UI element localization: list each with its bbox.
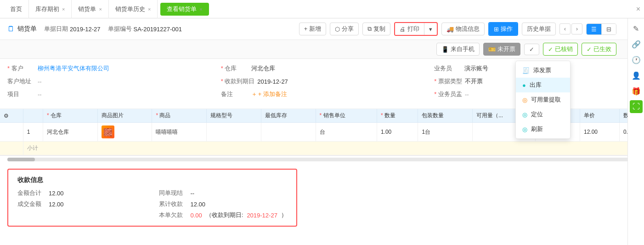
gift-icon: 🎁 [632,87,641,96]
cell-warehouse: 河北仓库 [43,123,97,142]
sidebar-edit-btn[interactable]: ✎ [630,22,643,35]
due-row [17,211,145,219]
prev-arrow[interactable]: ‹ [559,23,571,34]
cumulative-row: 累计收款 12.00 [159,200,287,208]
user-icon: 👤 [632,71,641,80]
subtotal-row: 小计 [0,142,644,155]
grid-view-button[interactable]: ⊟ [602,24,616,34]
col-pack-qty: 包装数量 [418,109,473,123]
sidebar-link-btn[interactable]: 🔗 [630,38,643,51]
col-unit-price: 单价 [580,109,620,123]
main-area: 🗒 销货单 单据日期 2019-12-27 单据编号 SA-20191227-0… [0,18,644,245]
add-note-button[interactable]: ＋ + 添加备注 [251,90,287,98]
doc-header: 🗒 销货单 单据日期 2019-12-27 单据编号 SA-20191227-0… [0,18,644,40]
print-group: 🖨 打印 ▾ [394,22,438,36]
logistics-button[interactable]: 🚚 物流信息 [441,23,485,35]
ok-button[interactable]: ✓ [524,44,539,55]
dropdown-refresh[interactable]: ◎ 刷新 [516,122,570,137]
payment-info-title: 收款信息 [17,176,287,184]
print-button[interactable]: 🖨 打印 [395,23,424,35]
dropdown-add-invoice[interactable]: 🧾 添发票 [516,63,570,78]
due-amount-row: 本单欠款 0.00 （收款到期日: 2019-12-27 ） [159,211,287,219]
edit-icon: ✎ [633,24,639,33]
col-warehouse: 仓库 [43,109,97,123]
transaction-row: 成交金额 12.00 [17,200,145,208]
cell-pack-qty: 1台 [418,123,473,142]
tab-view-sales[interactable]: 查看销货单 × [160,3,209,16]
total-amount-label: 金额合计 [17,189,45,197]
truck-icon: 🚚 [446,26,454,33]
customer-value[interactable]: 柳州粤港平安气体有限公司 [38,64,109,73]
list-view-button[interactable]: ☰ [587,24,602,34]
outbound-icon: ● [522,82,526,89]
sidebar-gift-btn[interactable]: 🎁 [630,85,643,97]
scroll-thumb [7,158,35,161]
tab-sales-history-close[interactable]: × [148,6,151,12]
effective-button[interactable]: ✓ 已生效 [582,43,616,56]
from-phone-button[interactable]: 📱 来自手机 [436,43,480,56]
sales-staff-value: -- [465,91,469,98]
cell-spec [207,123,261,142]
cell-sales-unit: 台 [316,123,377,142]
tab-home[interactable]: 首页 [4,0,29,18]
payment-date-field: 收款到期日 2019-12-27 [221,77,424,85]
invoice-icon: 🧾 [522,67,530,74]
total-amount-value: 12.00 [49,190,64,197]
settlement-value: -- [190,190,194,197]
next-arrow[interactable]: › [571,23,582,34]
operations-button[interactable]: ⊞ 操作 [489,23,517,35]
print-dropdown-button[interactable]: ▾ [424,24,437,34]
tab-inventory-init-close[interactable]: × [62,6,65,12]
tab-view-sales-close[interactable]: × [199,6,202,12]
warehouse-label: 仓库 [221,64,249,73]
salesperson-label: 业务员 [434,64,462,73]
note-field: 备注 ＋ + 添加备注 [221,90,424,98]
right-sidebar: ✎ 🔗 🕐 👤 🎁 ⛶ [627,18,644,245]
ticket-value: 不开票 [465,77,483,85]
payment-grid: 金额合计 12.00 同单现结 -- 成交金额 12.00 累计收款 12.00 [17,189,287,219]
cell-product: 嘻嘻嘻嘻 [152,123,207,142]
cell-product-img: 🧱 [97,123,152,142]
col-product-img: 商品图片 [97,109,152,123]
dropdown-locate[interactable]: ◎ 定位 [516,107,570,122]
action-row: 📱 来自手机 🎫 未开票 ✓ ✓ 已核销 ✓ 已生效 [0,40,644,59]
tab-sales-history[interactable]: 销货单历史 × [109,0,158,18]
due-value: 0.00 [190,212,202,219]
share-button[interactable]: ⬡ 分享 [330,23,359,35]
dropdown-available-qty[interactable]: ◎ 可用量提取 [516,92,570,107]
tab-bar: 首页 库存期初 × 销货单 × 销货单历史 × 查看销货单 × × [0,0,644,18]
link-icon: 🔗 [632,40,641,49]
due-note-end: ） [281,211,287,219]
phone-icon: 📱 [441,46,449,53]
operations-group: ⊞ 操作 [488,22,518,36]
not-open-button[interactable]: 🎫 未开票 [483,43,520,56]
print-icon: 🖨 [400,26,406,33]
payment-date-label: 收款到期日 [221,77,255,85]
locate-icon: ◎ [522,111,527,118]
col-settings[interactable]: ⚙ [0,109,23,123]
warehouse-value: 河北仓库 [251,64,275,73]
tab-sales-order-close[interactable]: × [99,6,102,12]
plus-icon: ＋ [251,90,257,98]
tab-inventory-init[interactable]: 库存期初 × [29,0,72,18]
toolbar: + 新增 ⬡ 分享 ⧉ 复制 🖨 打印 ▾ [299,22,637,36]
sidebar-expand-btn[interactable]: ⛶ [630,100,643,113]
cancelled-button[interactable]: ✓ 已核销 [543,43,578,56]
ticket-label: 票据类型 [434,77,462,85]
cell-quantity: 1.00 [377,123,418,142]
horizontal-scrollbar[interactable] [7,158,637,161]
project-field: 项目 -- [7,90,210,98]
col-row-num [23,109,43,123]
tab-sales-order[interactable]: 销货单 × [72,0,108,18]
copy-button[interactable]: ⧉ 复制 [362,23,390,35]
sidebar-history-btn[interactable]: 🕐 [630,53,643,66]
sidebar-user-btn[interactable]: 👤 [630,69,643,82]
cumulative-value: 12.00 [190,201,205,208]
history-button[interactable]: 历史单据 [522,23,556,35]
window-close-button[interactable]: × [636,5,640,13]
chevron-down-icon: ▾ [429,26,432,33]
new-button[interactable]: + 新增 [299,23,326,35]
payment-date-value: 2019-12-27 [257,78,288,85]
dropdown-outbound[interactable]: ● 出库 [516,78,570,92]
cell-settings [0,123,23,142]
